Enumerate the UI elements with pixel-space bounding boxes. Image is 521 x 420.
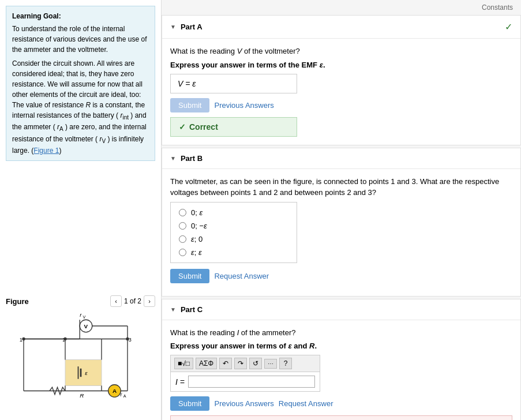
part-a-correct-banner: ✓ Correct — [170, 117, 297, 137]
part-c-previous-link[interactable]: Previous Answers — [214, 399, 273, 408]
part-b-question: The voltmeter, as can be seen in the fig… — [170, 176, 512, 198]
learning-goal-text1: To understand the role of the internal r… — [12, 24, 149, 55]
math-toolbar-keyboard[interactable]: ⋯ — [264, 359, 277, 369]
part-b-option-2: 0; −ε — [179, 222, 288, 230]
part-b-title: Part B — [181, 154, 203, 163]
part-b-options: 0; ε 0; −ε ε; 0 ε; ε — [170, 202, 297, 263]
part-b-label-4: ε; ε — [191, 248, 202, 257]
part-c-arrow: ▼ — [170, 306, 176, 313]
part-c-instruction: Express your answer in terms of ε and R. — [170, 342, 512, 350]
part-b-option-1: 0; ε — [179, 208, 288, 217]
part-a-answer: V = ε — [170, 74, 297, 93]
learning-goal-text2: Consider the circuit shown. All wires ar… — [12, 58, 149, 156]
part-a-body: What is the reading V of the voltmeter? … — [162, 39, 520, 145]
part-b-radio-3[interactable] — [179, 235, 186, 243]
part-c-submit-button[interactable]: Submit — [170, 396, 209, 411]
part-b-label-1: 0; ε — [191, 208, 203, 217]
part-a-left: ▼ Part A — [170, 22, 203, 31]
part-a-checkmark: ✓ — [505, 21, 512, 32]
part-a-instruction: Express your answer in terms of the EMF … — [170, 61, 512, 69]
figure-page: 1 of 2 — [124, 297, 141, 305]
part-b-left: ▼ Part B — [170, 154, 203, 163]
svg-text:V: V — [83, 314, 85, 320]
math-toolbar-symbols[interactable]: AΣΦ — [196, 358, 217, 369]
svg-text:A: A — [112, 388, 116, 394]
constants-section: Constants — [162, 0, 521, 15]
figure-nav[interactable]: ‹ 1 of 2 › — [110, 295, 155, 307]
figure-header: Figure ‹ 1 of 2 › — [6, 295, 155, 307]
math-toolbar-refresh[interactable]: ↺ — [249, 358, 262, 369]
svg-rect-12 — [65, 360, 102, 386]
part-b-label-3: ε; 0 — [191, 235, 203, 243]
part-b-label-2: 0; −ε — [191, 222, 207, 230]
part-c-buttons: Submit Previous Answers Request Answer — [170, 396, 512, 411]
part-a-previous-link[interactable]: Previous Answers — [214, 101, 273, 110]
part-c-header[interactable]: ▼ Part C — [162, 299, 520, 320]
correct-label: Correct — [189, 122, 218, 132]
part-b-submit-button[interactable]: Submit — [170, 269, 209, 283]
part-b-option-4: ε; ε — [179, 248, 288, 257]
learning-goal-title: Learning Goal: — [12, 11, 149, 21]
part-c-math-input[interactable] — [188, 376, 315, 388]
svg-text:r: r — [120, 392, 122, 397]
svg-text:1: 1 — [19, 337, 22, 343]
svg-text:ε: ε — [85, 370, 88, 376]
part-a-submit-button[interactable]: Submit — [170, 98, 209, 112]
correct-check-icon: ✓ — [179, 122, 186, 132]
part-b-option-3: ε; 0 — [179, 235, 288, 243]
part-c-left: ▼ Part C — [170, 305, 203, 314]
part-c-title: Part C — [181, 305, 203, 314]
part-b-body: The voltmeter, as can be seen in the fig… — [162, 169, 520, 296]
part-c-question: What is the reading I of the ammeter? — [170, 327, 512, 339]
constants-link[interactable]: Constants — [482, 3, 513, 12]
part-b-request-link[interactable]: Request Answer — [214, 272, 269, 280]
part-b-section: ▼ Part B The voltmeter, as can be seen i… — [162, 148, 521, 297]
math-toolbar-sqrt[interactable]: ■√□ — [174, 358, 193, 369]
part-a-question: What is the reading V of the voltmeter? — [170, 46, 512, 57]
part-a-header[interactable]: ▼ Part A ✓ — [162, 16, 520, 39]
part-b-buttons: Submit Request Answer — [170, 269, 512, 283]
part-c-request-link[interactable]: Request Answer — [279, 399, 333, 408]
svg-text:A: A — [123, 393, 126, 399]
part-b-radio-2[interactable] — [179, 222, 186, 230]
part-a-buttons: Submit Previous Answers — [170, 98, 512, 112]
part-a-section: ▼ Part A ✓ What is the reading V of the … — [162, 15, 521, 145]
part-a-title: Part A — [181, 22, 203, 31]
figure-title: Figure — [6, 297, 29, 306]
part-c-math-label: I = — [175, 377, 185, 387]
part-c-input-box: I = — [170, 372, 320, 392]
figure-next-button[interactable]: › — [144, 295, 155, 307]
math-toolbar-undo[interactable]: ↶ — [219, 358, 232, 369]
part-b-radio-1[interactable] — [179, 209, 186, 216]
part-c-math-toolbar: ■√□ AΣΦ ↶ ↷ ↺ ⋯ ? — [170, 355, 320, 372]
part-c-body: What is the reading I of the ammeter? Ex… — [162, 320, 520, 421]
svg-text:V: V — [84, 323, 88, 329]
svg-text:r: r — [80, 312, 82, 318]
part-c-incorrect-banner: ✗ Incorrect; Try Again; 4 attempts remai… — [170, 415, 512, 420]
learning-goal-box: Learning Goal: To understand the role of… — [6, 6, 155, 161]
figure-prev-button[interactable]: ‹ — [110, 295, 122, 307]
math-toolbar-redo[interactable]: ↷ — [234, 358, 247, 369]
right-panel: Constants ▼ Part A ✓ What is the reading… — [162, 0, 521, 420]
part-b-arrow: ▼ — [170, 155, 176, 162]
svg-text:3: 3 — [128, 337, 131, 343]
part-b-radio-4[interactable] — [179, 249, 186, 256]
part-a-arrow: ▼ — [170, 24, 176, 30]
math-toolbar-help[interactable]: ? — [279, 358, 292, 369]
part-c-section: ▼ Part C What is the reading I of the am… — [162, 299, 521, 421]
svg-text:R: R — [80, 392, 84, 399]
figure-section: Figure ‹ 1 of 2 › r V V — [6, 295, 155, 414]
left-panel: Learning Goal: To understand the role of… — [0, 0, 162, 420]
part-b-header[interactable]: ▼ Part B — [162, 148, 520, 169]
circuit-diagram: r V V — [12, 310, 150, 414]
